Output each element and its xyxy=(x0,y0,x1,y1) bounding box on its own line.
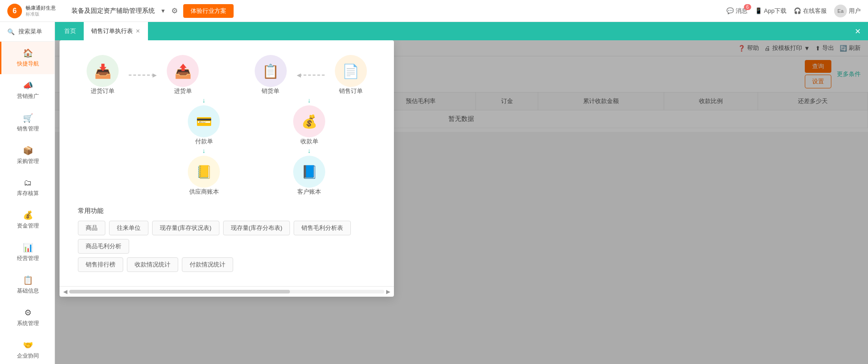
logo-text: 畅康通好生意 标准版 xyxy=(26,5,56,17)
btn-inventory-dist[interactable]: 现存量(库存分布表) xyxy=(223,221,290,235)
home-icon: 🏠 xyxy=(23,48,33,58)
purchase-order-node: 📥 进货订单 xyxy=(78,55,127,95)
tab-home[interactable]: 首页 xyxy=(57,22,84,40)
receipt-bill-icon: 💰 xyxy=(301,114,317,129)
page-content: ❓ 帮助 🖨 按模板打印 ▼ ⬆ 导出 🔄 刷新 xyxy=(55,40,868,364)
scroll-left-btn[interactable]: ◀ xyxy=(63,288,67,295)
payment-bill-node: 💳 付款单 xyxy=(174,105,234,146)
sidebar-item-system[interactable]: ⚙ 系统管理 xyxy=(0,301,55,334)
sidebar-item-quick-nav[interactable]: 🏠 快捷导航 xyxy=(0,42,55,74)
common-functions-section: 常用功能 商品 往来单位 现存量(库存状况表) 现存量(库存分布表) 销售毛利分… xyxy=(78,207,376,272)
user-menu-btn[interactable]: Ea 用户 xyxy=(834,5,861,17)
purchase-bill-icon: 📤 xyxy=(175,63,191,79)
arrow-purchase-order-to-bill: ▶ xyxy=(127,72,158,78)
btn-sales-ranking[interactable]: 销售排行榜 xyxy=(78,257,123,272)
supplier-ledger-icon: 📒 xyxy=(196,164,212,179)
receipt-bill-node: 💰 收款单 xyxy=(279,105,339,146)
supplier-ledger-node: 📒 供应商账本 xyxy=(174,156,234,196)
btn-receipt-stats[interactable]: 收款情况统计 xyxy=(127,257,178,272)
popup: 📥 进货订单 ▶ xyxy=(60,40,394,297)
search-menu-item[interactable]: 🔍 搜索菜单 xyxy=(0,22,55,42)
sales-order-node: 📄 销售订单 xyxy=(326,55,376,95)
sidebar-item-inventory[interactable]: 🗂 库存核算 xyxy=(0,172,55,204)
btn-sales-profit[interactable]: 销售毛利分析表 xyxy=(294,221,351,235)
system-icon: ⚙ xyxy=(24,308,32,318)
logo-icon: 6 xyxy=(7,4,22,18)
search-icon: 🔍 xyxy=(7,28,15,35)
sales-order-icon: 📄 xyxy=(342,63,359,79)
finance-icon: 💰 xyxy=(23,210,33,220)
sidebar-item-finance[interactable]: 💰 资金管理 xyxy=(0,204,55,236)
arrow-down-payment: ↓ xyxy=(202,147,206,154)
purchase-order-circle[interactable]: 📥 xyxy=(87,55,119,87)
sidebar-item-basic-info[interactable]: 📋 基础信息 xyxy=(0,269,55,301)
tab-bar-close-btn[interactable]: ✕ xyxy=(851,27,864,36)
tab-close-btn[interactable]: ✕ xyxy=(136,28,140,34)
receipt-bill-circle[interactable]: 💰 xyxy=(293,105,325,137)
scroll-right-btn[interactable]: ▶ xyxy=(386,288,390,295)
service-icon: 🎧 xyxy=(794,7,801,14)
online-service-btn[interactable]: 🎧 在线客服 xyxy=(794,7,827,15)
sidebar-item-enterprise[interactable]: 🤝 企业协同 xyxy=(0,334,55,364)
common-functions-title: 常用功能 xyxy=(78,207,376,215)
sidebar: 🔍 搜索菜单 🏠 快捷导航 📣 营销推广 🛒 销售管理 📦 采购管理 🗂 库存核… xyxy=(0,22,55,364)
common-buttons-row1: 商品 往来单位 现存量(库存状况表) 现存量(库存分布表) 销售毛利分析表 商品… xyxy=(78,221,376,254)
main-layout: 🔍 搜索菜单 🏠 快捷导航 📣 营销推广 🛒 销售管理 📦 采购管理 🗂 库存核… xyxy=(0,22,868,364)
app-download-btn[interactable]: 📱 App下载 xyxy=(755,7,786,15)
message-icon: 💬 xyxy=(726,7,734,14)
sales-icon: 🛒 xyxy=(23,113,33,123)
sales-bill-icon: 📋 xyxy=(262,63,279,79)
avatar: Ea xyxy=(834,5,847,17)
operations-icon: 📊 xyxy=(23,243,33,253)
purchase-bill-node: 📤 进货单 xyxy=(158,55,207,95)
common-buttons-row2: 销售排行榜 收款情况统计 付款情况统计 xyxy=(78,257,376,272)
tab-sales-order-exec[interactable]: 销售订单执行表 ✕ xyxy=(84,22,148,40)
sales-bill-circle[interactable]: 📋 xyxy=(255,55,287,87)
sidebar-item-purchase[interactable]: 📦 采购管理 xyxy=(0,139,55,172)
popup-overlay: 📥 进货订单 ▶ xyxy=(55,40,868,364)
sidebar-item-marketing[interactable]: 📣 营销推广 xyxy=(0,74,55,107)
btn-product-profit[interactable]: 商品毛利分析 xyxy=(78,239,129,254)
btn-contacts[interactable]: 往来单位 xyxy=(109,221,148,235)
payment-bill-circle[interactable]: 💳 xyxy=(188,105,220,137)
sales-bill-node: 📋 销货单 xyxy=(246,55,295,95)
header-middle: 装备及固定资产辅助管理系统 ▼ ⚙ 体验行业方案 xyxy=(62,4,726,18)
btn-product[interactable]: 商品 xyxy=(78,221,105,235)
logo-area: 6 畅康通好生意 标准版 xyxy=(7,4,62,18)
content-area: 首页 销售订单执行表 ✕ ✕ ❓ 帮助 🖨 按模板打印 ▼ xyxy=(55,22,868,364)
tab-bar: 首页 销售订单执行表 ✕ ✕ xyxy=(55,22,868,40)
sidebar-item-sales[interactable]: 🛒 销售管理 xyxy=(0,107,55,139)
trial-btn[interactable]: 体验行业方案 xyxy=(183,4,234,18)
basic-info-icon: 📋 xyxy=(23,275,33,285)
popup-scrollbar: ◀ ▶ xyxy=(60,286,394,297)
btn-inventory-status[interactable]: 现存量(库存状况表) xyxy=(152,221,219,235)
arrow-down-purchase-bill: ↓ xyxy=(202,97,206,103)
payment-bill-icon: 💳 xyxy=(196,114,212,129)
inventory-icon: 🗂 xyxy=(24,178,32,188)
marketing-icon: 📣 xyxy=(23,81,33,91)
sales-order-circle[interactable]: 📄 xyxy=(335,55,367,87)
purchase-order-icon: 📥 xyxy=(94,63,111,79)
header-right: 💬 消息 6 📱 App下载 🎧 在线客服 Ea 用户 xyxy=(726,5,861,17)
sidebar-item-operations[interactable]: 📊 经营管理 xyxy=(0,236,55,269)
scrollbar-thumb xyxy=(69,290,290,293)
customer-ledger-node: 📘 客户账本 xyxy=(279,156,339,196)
message-btn[interactable]: 💬 消息 6 xyxy=(726,7,748,15)
scrollbar-track[interactable] xyxy=(69,290,384,293)
settings-gear-btn[interactable]: ⚙ xyxy=(171,6,178,15)
purchase-icon: 📦 xyxy=(23,146,33,156)
arrow-down-sales-bill: ↓ xyxy=(308,97,311,103)
btn-payment-stats[interactable]: 付款情况统计 xyxy=(182,257,233,272)
customer-ledger-circle[interactable]: 📘 xyxy=(293,156,325,188)
system-title: 装备及固定资产辅助管理系统 xyxy=(71,7,155,15)
purchase-bill-circle[interactable]: 📤 xyxy=(167,55,199,87)
enterprise-icon: 🤝 xyxy=(23,340,33,350)
popup-body: 📥 进货订单 ▶ xyxy=(60,40,394,286)
system-dropdown-btn[interactable]: ▼ xyxy=(160,8,166,14)
arrow-down-receipt: ↓ xyxy=(308,147,311,154)
customer-ledger-icon: 📘 xyxy=(301,164,317,179)
top-header: 6 畅康通好生意 标准版 装备及固定资产辅助管理系统 ▼ ⚙ 体验行业方案 💬 … xyxy=(0,0,868,22)
phone-icon: 📱 xyxy=(755,7,762,14)
message-badge: 6 xyxy=(744,4,751,10)
supplier-ledger-circle[interactable]: 📒 xyxy=(188,156,220,188)
